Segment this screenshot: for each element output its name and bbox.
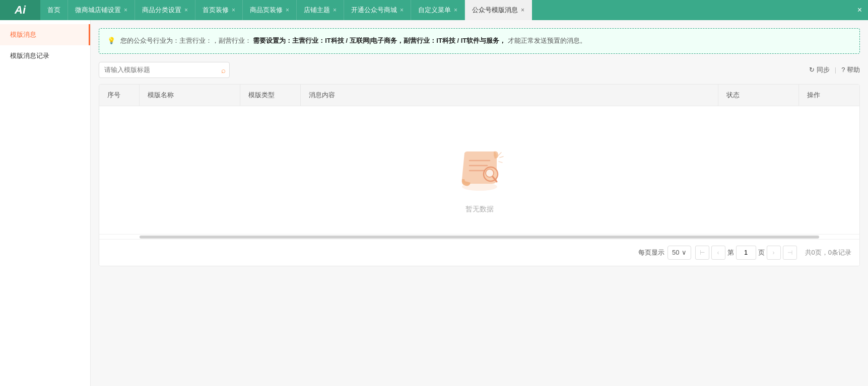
search-icon[interactable]: ⌕ (221, 65, 226, 74)
nav-tab-close-6[interactable]: × (400, 7, 404, 14)
table-col-2: 模版类型 (240, 85, 301, 106)
sync-button[interactable]: ↻ 同步 (809, 65, 830, 74)
nav-tab-8[interactable]: 公众号模版消息× (465, 0, 532, 20)
nav-tab-6[interactable]: 开通公众号商城× (344, 0, 411, 20)
svg-line-7 (498, 152, 501, 156)
table-col-0: 序号 (99, 85, 140, 106)
notice-text-before: 您的公众号行业为：主营行业：，副营行业： (120, 37, 251, 44)
dropdown-arrow-icon: ∨ (682, 249, 687, 256)
table-container: 序号模版名称模版类型消息内容状态操作 (99, 84, 860, 266)
svg-line-8 (500, 157, 503, 158)
nav-tab-close-3[interactable]: × (232, 7, 235, 14)
sidebar: 模版消息模版消息记录 (0, 20, 91, 386)
content-area: 💡 您的公众号行业为：主营行业：，副营行业： 需要设置为：主营行业：IT科技 /… (91, 20, 868, 386)
nav-tab-3[interactable]: 首页装修× (195, 0, 243, 20)
page-next-button[interactable]: › (767, 246, 781, 260)
search-bar: ⌕ ↻ 同步 | ? 帮助 (99, 62, 860, 78)
page-size-value: 50 (672, 249, 679, 256)
nav-tabs: 首页微商城店铺设置×商品分类设置×首页装修×商品页装修×店铺主题×开通公众号商城… (40, 0, 857, 20)
scrollbar-track (140, 236, 819, 239)
nav-tab-1[interactable]: 微商城店铺设置× (68, 0, 135, 20)
help-icon: ? (841, 66, 845, 73)
help-label: 帮助 (847, 66, 860, 73)
global-close-button[interactable]: × (857, 6, 862, 15)
page-number-input[interactable] (736, 246, 756, 260)
page-size-select: 每页显示 50 ∨ (638, 246, 691, 260)
toolbar-right: ↻ 同步 | ? 帮助 (809, 65, 860, 74)
nav-tab-close-2[interactable]: × (184, 7, 188, 14)
empty-illustration (449, 136, 510, 197)
nav-tab-7[interactable]: 自定义菜单× (411, 0, 465, 20)
empty-state: 暂无数据 (99, 106, 859, 234)
nav-tab-4[interactable]: 商品页装修× (243, 0, 297, 20)
nav-tab-label-1: 微商城店铺设置 (75, 6, 121, 15)
page-size-dropdown[interactable]: 50 ∨ (667, 246, 691, 260)
total-info: 共0页，0条记录 (805, 248, 851, 257)
search-input[interactable] (99, 62, 230, 78)
logo: Ai (0, 0, 40, 20)
nav-tab-label-6: 开通公众号商城 (351, 6, 397, 15)
notice-text-after: 才能正常发送预置的消息。 (508, 37, 586, 44)
help-button[interactable]: ? 帮助 (841, 65, 860, 74)
table-col-4: 状态 (718, 85, 799, 106)
notice-highlight: 需要设置为：主营行业：IT科技 / 互联网|电子商务，副营行业：IT科技 / I… (253, 37, 506, 44)
nav-tab-5[interactable]: 店铺主题× (297, 0, 344, 20)
toolbar-divider: | (835, 66, 836, 73)
page-first-button[interactable]: ⊢ (695, 246, 709, 260)
page-nav: ⊢ ‹ 第 页 › ⊣ (695, 246, 797, 260)
table-col-1: 模版名称 (140, 85, 240, 106)
notice-box: 💡 您的公众号行业为：主营行业：，副营行业： 需要设置为：主营行业：IT科技 /… (99, 28, 860, 54)
horizontal-scrollbar[interactable] (99, 234, 859, 239)
search-input-wrap: ⌕ (99, 62, 230, 78)
nav-tab-label-0: 首页 (47, 6, 60, 15)
nav-tab-close-8[interactable]: × (521, 7, 524, 14)
nav-tab-close-5[interactable]: × (333, 7, 337, 14)
sidebar-item-0[interactable]: 模版消息 (0, 24, 90, 45)
nav-tab-label-5: 店铺主题 (304, 6, 330, 15)
svg-line-9 (499, 162, 502, 163)
empty-text: 暂无数据 (465, 205, 494, 214)
notice-icon: 💡 (107, 37, 115, 44)
nav-tab-label-4: 商品页装修 (250, 6, 283, 15)
nav-tab-2[interactable]: 商品分类设置× (135, 0, 195, 20)
nav-tab-close-7[interactable]: × (454, 7, 457, 14)
nav-tab-close-1[interactable]: × (124, 7, 127, 14)
top-nav: Ai 首页微商城店铺设置×商品分类设置×首页装修×商品页装修×店铺主题×开通公众… (0, 0, 868, 20)
sync-label: 同步 (817, 66, 830, 73)
sync-icon: ↻ (809, 66, 815, 73)
main-layout: 模版消息模版消息记录 💡 您的公众号行业为：主营行业：，副营行业： 需要设置为：… (0, 20, 868, 386)
page-label-before: 第 (727, 248, 734, 257)
page-last-button[interactable]: ⊣ (783, 246, 797, 260)
pagination: 每页显示 50 ∨ ⊢ ‹ 第 页 › ⊣ 共0页，0条记录 (99, 239, 859, 266)
page-label-after: 页 (758, 248, 765, 257)
sidebar-item-1[interactable]: 模版消息记录 (0, 45, 90, 66)
page-size-label: 每页显示 (638, 248, 664, 257)
nav-tab-label-8: 公众号模版消息 (472, 6, 518, 15)
nav-tab-label-7: 自定义菜单 (418, 6, 451, 15)
nav-tab-0[interactable]: 首页 (40, 0, 68, 20)
nav-tab-label-2: 商品分类设置 (142, 6, 181, 15)
nav-tab-label-3: 首页装修 (203, 6, 229, 15)
table-col-3: 消息内容 (301, 85, 718, 106)
page-prev-button[interactable]: ‹ (711, 246, 725, 260)
table-header: 序号模版名称模版类型消息内容状态操作 (99, 85, 859, 106)
table-col-5: 操作 (799, 85, 859, 106)
nav-tab-close-4[interactable]: × (286, 7, 289, 14)
